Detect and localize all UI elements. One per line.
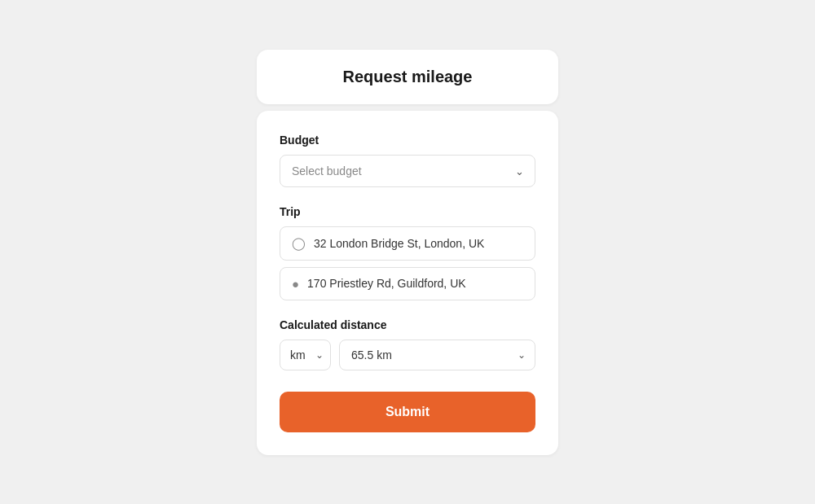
trip-field-group: Trip ◯ 32 London Bridge St, London, UK ●… xyxy=(280,205,535,300)
unit-select-wrapper: km mi ⌄ xyxy=(280,340,331,370)
distance-label: Calculated distance xyxy=(280,318,535,331)
trip-from-field[interactable]: ◯ 32 London Bridge St, London, UK xyxy=(280,226,535,261)
trip-from-text: 32 London Bridge St, London, UK xyxy=(314,237,484,250)
distance-select[interactable]: 65.5 km 60 km 70 km xyxy=(339,340,535,370)
distance-row: km mi ⌄ 65.5 km 60 km 70 km ⌄ xyxy=(280,340,535,370)
form-card: Budget Select budgetBudget ABudget BBudg… xyxy=(257,111,558,455)
location-from-icon: ◯ xyxy=(292,236,306,251)
title-card: Request mileage xyxy=(257,50,558,104)
unit-select[interactable]: km mi xyxy=(280,340,331,370)
trip-fields: ◯ 32 London Bridge St, London, UK ● 170 … xyxy=(280,226,535,300)
trip-to-text: 170 Priestley Rd, Guildford, UK xyxy=(307,277,466,290)
trip-label: Trip xyxy=(280,205,535,218)
distance-field-group: Calculated distance km mi ⌄ 65.5 km 60 k… xyxy=(280,318,535,370)
page-wrapper: Request mileage Budget Select budgetBudg… xyxy=(257,50,558,455)
budget-select-wrapper: Select budgetBudget ABudget BBudget C ⌄ xyxy=(280,155,535,187)
page-title: Request mileage xyxy=(283,68,532,86)
budget-label: Budget xyxy=(280,134,535,147)
budget-field-group: Budget Select budgetBudget ABudget BBudg… xyxy=(280,134,535,187)
submit-button[interactable]: Submit xyxy=(280,392,535,432)
budget-select[interactable]: Select budgetBudget ABudget BBudget C xyxy=(280,155,535,187)
location-to-icon: ● xyxy=(292,277,299,291)
distance-select-wrapper: 65.5 km 60 km 70 km ⌄ xyxy=(339,340,535,370)
trip-to-field[interactable]: ● 170 Priestley Rd, Guildford, UK xyxy=(280,267,535,300)
